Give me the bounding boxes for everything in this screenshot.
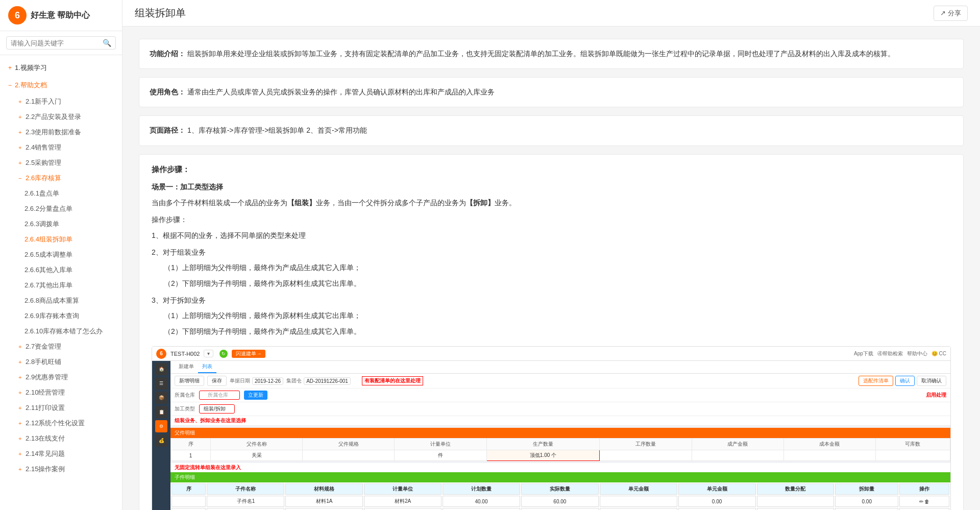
sidebar-item-docs-213[interactable]: + 2.13在线支付 (0, 431, 122, 446)
sidebar-item-docs-24[interactable]: + 2.4销售管理 (0, 140, 122, 155)
sidebar-item-video[interactable]: + 1.视频学习 (0, 59, 122, 77)
annotation-bottom-form: 组装业务、拆卸业务在这里选择 (175, 418, 246, 423)
steps-content: 1、根据不同的业务，选择不同单据的类型来处理 2、对于组装业务 （1）上部明细为… (152, 229, 951, 338)
sidebar-item-docs-265[interactable]: 2.6.5成本调整单 (0, 247, 122, 262)
intro-block: 功能介绍： 组装拆卸单用来处理企业组装或拆卸等加工业务，支持有固定装配清单的产品… (139, 39, 964, 69)
path-label: 页面路径： (150, 126, 185, 134)
sidebar-item-docs-263[interactable]: 2.6.3调拨单 (0, 216, 122, 232)
label-263: 2.6.3调拨单 (24, 220, 59, 228)
br1-unit: 材料2A (364, 496, 442, 507)
sidebar-item-docs[interactable]: − 2.帮助文档 (0, 77, 122, 94)
br1-amt1 (600, 496, 677, 507)
sidebar-icon-2[interactable]: ☰ (155, 377, 167, 390)
plus-icon-210: + (18, 390, 21, 396)
sidebar-item-docs-22[interactable]: + 2.2产品安装及登录 (0, 109, 122, 125)
app-main-content: 新建单 列表 新增明细 保存 单据日期 2019-12-26 (170, 361, 950, 510)
plus-icon-212: + (18, 420, 21, 426)
sidebar-icon-5[interactable]: 💰 (155, 434, 167, 447)
btn-cancel[interactable]: 取消确认 (917, 376, 946, 386)
sidebar-item-docs-210[interactable]: + 2.10经营管理 (0, 385, 122, 400)
btn-assemble-list[interactable]: 选配件清单 (859, 376, 893, 386)
label-23: 2.3使用前数据准备 (26, 128, 81, 136)
step2-sub2: （2）下部明细为子件明细，最终作为原材料生成其它出库单。 (164, 277, 951, 290)
br1-op[interactable]: ✏ 🗑 (899, 496, 949, 507)
sidebar-item-docs-25[interactable]: + 2.5采购管理 (0, 155, 122, 171)
label-22: 2.2产品安装及登录 (26, 113, 81, 120)
sidebar-item-docs-215[interactable]: + 2.15操作案例 (0, 462, 122, 477)
scene1-title: 场景一：加工类型选择 (152, 183, 951, 192)
toolbar-right-btns: 选配件清单 确认 取消确认 (859, 376, 946, 386)
sidebar-item-video-label: 1.视频学习 (15, 63, 47, 72)
new-order-btn[interactable]: 闪速建单→ (232, 350, 265, 358)
bottom-table-section: 子件明细 序 子件名称 材料规格 计量单位 (170, 472, 950, 510)
step2-text: 2、对于组装业务 (152, 246, 951, 259)
operations-title: 操作步骤： (152, 165, 951, 175)
refresh-btn[interactable]: ↻ (219, 350, 228, 358)
br1-amt2: 0.00 (678, 496, 756, 507)
sidebar-item-docs-262[interactable]: 2.6.2分量盘点单 (0, 201, 122, 216)
col-proc-qty: 工序数量 (600, 439, 692, 450)
minus-icon-26: − (18, 175, 21, 181)
user-avatar: 😊 CC (932, 351, 946, 356)
label-24: 2.4销售管理 (26, 143, 61, 151)
order-value[interactable]: AD-20191226-001 (304, 377, 351, 385)
intro-label: 功能介绍： (150, 50, 185, 58)
company-dropdown[interactable]: ▾ (204, 350, 213, 357)
sidebar-icon-active[interactable]: ⚙ (155, 420, 167, 432)
sidebar-item-docs-214[interactable]: + 2.14常见问题 (0, 446, 122, 462)
plus-icon: + (8, 64, 12, 71)
sidebar-item-docs-28[interactable]: + 2.8手机旺铺 (0, 354, 122, 370)
step3-sub2: （2）下部明细为子件明细，最终作为产成品生成其它入库单。 (164, 325, 951, 338)
search-icon[interactable]: 🔍 (103, 39, 111, 47)
sidebar-item-docs-21[interactable]: + 2.1新手入门 (0, 94, 122, 109)
sub-toolbar: 所属仓库 所属仓库 立更新 启用处理 (170, 388, 950, 402)
order-field: 集团仓 AD-20191226-001 (286, 377, 351, 385)
sidebar-icon-4[interactable]: 📋 (155, 406, 167, 418)
type-select[interactable]: 组装/拆卸 (199, 404, 235, 414)
sidebar-item-docs-label: 2.帮助文档 (15, 81, 47, 90)
search-box[interactable]: 🔍 (6, 36, 116, 50)
br2-amt1: 100.00 (600, 508, 677, 510)
br2-op[interactable]: ✏ 🗑 (899, 508, 949, 510)
date-value[interactable]: 2019-12-26 (252, 377, 283, 385)
sidebar-icon-1[interactable]: 🏠 (155, 363, 167, 375)
type-label: 加工类型 (175, 405, 195, 412)
steps-title: 操作步骤： (152, 215, 951, 225)
sidebar-item-docs-29[interactable]: + 2.9优惠券管理 (0, 370, 122, 385)
sub-warehouse-input[interactable]: 所属仓库 (199, 391, 240, 400)
role-label: 使用角色： (150, 88, 185, 96)
sidebar-item-docs-212[interactable]: + 2.12系统个性化设置 (0, 416, 122, 431)
tab-list[interactable]: 列表 (198, 361, 216, 373)
label-210: 2.10经营管理 (26, 388, 65, 396)
label-27: 2.7资金管理 (26, 343, 61, 350)
sidebar-item-docs-211[interactable]: + 2.11打印设置 (0, 400, 122, 416)
btn-confirm[interactable]: 确认 (895, 376, 915, 386)
sidebar-item-docs-26[interactable]: − 2.6库存核算 (0, 171, 122, 186)
btn-batch[interactable]: 立更新 (244, 391, 267, 400)
sidebar-item-docs-267[interactable]: 2.6.7其他出库单 (0, 278, 122, 293)
label-261: 2.6.1盘点单 (24, 189, 59, 197)
label-262: 2.6.2分量盘点单 (24, 205, 72, 212)
logo-text: 好生意 帮助中心 (31, 10, 90, 21)
toolbar-btn-save[interactable]: 保存 (207, 376, 227, 386)
sidebar-item-docs-27[interactable]: + 2.7资金管理 (0, 339, 122, 354)
sidebar-item-docs-264[interactable]: 2.6.4组装拆卸单 (0, 232, 122, 247)
sidebar-icon-3[interactable]: 📦 (155, 392, 167, 404)
search-input[interactable] (11, 39, 103, 47)
toolbar-btn-new[interactable]: 新增明细 (175, 376, 204, 386)
sidebar-item-docs-261[interactable]: 2.6.1盘点单 (0, 186, 122, 201)
sidebar-item-docs-2610[interactable]: 2.6.10库存账本错了怎么办 (0, 324, 122, 339)
sidebar-item-docs-23[interactable]: + 2.3使用前数据准备 (0, 125, 122, 140)
plus-icon-22: + (18, 114, 21, 120)
br2-dist: 0.00 (757, 508, 835, 510)
mock-screenshot: 6 TEST-H002 ▾ ↻ 闪速建单→ App下载 ④帮助检索 帮助中心 😊… (152, 347, 950, 510)
share-button[interactable]: ↗ 分享 (934, 6, 968, 21)
label-28: 2.8手机旺铺 (26, 358, 61, 366)
sidebar-item-docs-269[interactable]: 2.6.9库存账本查询 (0, 308, 122, 324)
sidebar-item-docs-266[interactable]: 2.6.6其他入库单 (0, 262, 122, 278)
tab-new[interactable]: 新建单 (175, 361, 198, 373)
sidebar-item-docs-268[interactable]: 2.6.8商品成本重算 (0, 293, 122, 308)
col-avail: 可库数 (875, 439, 950, 450)
cell-spec (303, 450, 395, 461)
br1-plan: 40.00 (443, 496, 520, 507)
